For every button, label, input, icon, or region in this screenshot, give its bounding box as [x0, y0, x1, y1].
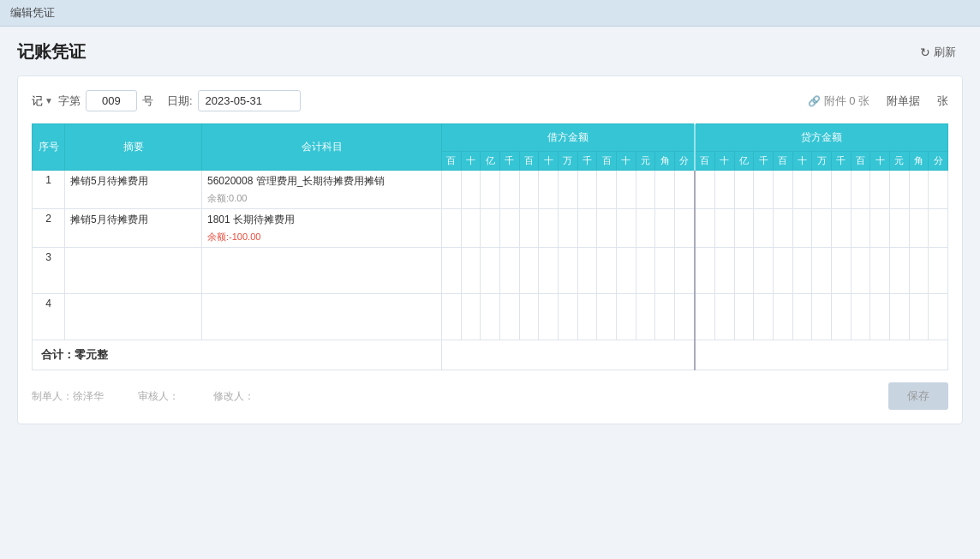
row-account-2[interactable]: 1801 长期待摊费用 余额:-100.00: [202, 209, 442, 248]
cell-d5-4[interactable]: [519, 294, 539, 340]
cell-d3-2[interactable]: [481, 209, 500, 248]
cell-d6-4[interactable]: [539, 294, 559, 340]
cell-d8-2[interactable]: [577, 209, 597, 248]
cell-c6-4[interactable]: [792, 294, 812, 340]
cell-d10-2[interactable]: [616, 209, 636, 248]
cell-c10-1[interactable]: [870, 171, 890, 209]
cell-c6-1[interactable]: [792, 171, 812, 209]
cell-d13-2[interactable]: [674, 209, 695, 248]
cell-c12-3[interactable]: [909, 248, 929, 294]
cell-c12-1[interactable]: [909, 171, 929, 209]
cell-d5-3[interactable]: [519, 248, 539, 294]
cell-c5-2[interactable]: [773, 209, 792, 248]
cell-d9-2[interactable]: [597, 209, 617, 248]
cell-c11-2[interactable]: [889, 209, 909, 248]
cell-d10-1[interactable]: [616, 171, 636, 209]
cell-c13-2[interactable]: [929, 209, 948, 248]
cell-c8-2[interactable]: [831, 209, 851, 248]
cell-c9-3[interactable]: [851, 248, 870, 294]
cell-d7-1[interactable]: [558, 171, 577, 209]
row-account-1[interactable]: 56020008 管理费用_长期待摊费用摊销 余额:0.00: [202, 171, 442, 209]
row-account-3[interactable]: [202, 248, 442, 294]
cell-c4-1[interactable]: [754, 171, 774, 209]
cell-d2-2[interactable]: [461, 209, 481, 248]
row-summary-1[interactable]: 摊销5月待摊费用: [65, 171, 202, 209]
cell-c2-2[interactable]: [714, 209, 734, 248]
save-button[interactable]: 保存: [888, 382, 948, 410]
cell-c13-1[interactable]: [929, 171, 948, 209]
cell-d12-2[interactable]: [655, 209, 675, 248]
cell-c7-4[interactable]: [812, 294, 832, 340]
cell-d3-4[interactable]: [481, 294, 500, 340]
cell-d4-3[interactable]: [499, 248, 519, 294]
cell-c11-3[interactable]: [889, 248, 909, 294]
row-summary-3[interactable]: [65, 248, 202, 294]
cell-c12-2[interactable]: [909, 209, 929, 248]
cell-d11-2[interactable]: [636, 209, 655, 248]
voucher-type-select[interactable]: 记 ▼: [32, 93, 53, 109]
cell-d1-3[interactable]: [442, 248, 462, 294]
cell-d1-4[interactable]: [442, 294, 462, 340]
cell-c8-1[interactable]: [831, 171, 851, 209]
cell-d11-4[interactable]: [636, 294, 655, 340]
cell-d9-4[interactable]: [597, 294, 617, 340]
cell-c2-3[interactable]: [714, 248, 734, 294]
cell-d12-3[interactable]: [655, 248, 675, 294]
cell-c8-3[interactable]: [831, 248, 851, 294]
cell-c7-2[interactable]: [812, 209, 832, 248]
cell-c3-4[interactable]: [734, 294, 754, 340]
cell-c13-3[interactable]: [929, 248, 948, 294]
cell-d8-3[interactable]: [577, 248, 597, 294]
cell-c11-1[interactable]: [889, 171, 909, 209]
cell-c4-2[interactable]: [754, 209, 774, 248]
row-summary-4[interactable]: [65, 294, 202, 340]
cell-c1-4[interactable]: [695, 294, 715, 340]
cell-c11-4[interactable]: [889, 294, 909, 340]
cell-d7-4[interactable]: [558, 294, 577, 340]
cell-d10-3[interactable]: [616, 248, 636, 294]
cell-d12-1[interactable]: [655, 171, 675, 209]
cell-c5-1[interactable]: [773, 171, 792, 209]
cell-c6-2[interactable]: [792, 209, 812, 248]
cell-c1-1[interactable]: [695, 171, 715, 209]
cell-d11-1[interactable]: [636, 171, 655, 209]
cell-d9-3[interactable]: [597, 248, 617, 294]
cell-d5-1[interactable]: [519, 171, 539, 209]
cell-d11-3[interactable]: [636, 248, 655, 294]
cell-c5-3[interactable]: [773, 248, 792, 294]
cell-d2-1[interactable]: [461, 171, 481, 209]
refresh-button[interactable]: ↻ 刷新: [913, 41, 963, 63]
date-input[interactable]: [198, 90, 301, 111]
cell-d7-3[interactable]: [558, 248, 577, 294]
cell-c1-2[interactable]: [695, 209, 715, 248]
cell-c10-2[interactable]: [870, 209, 890, 248]
cell-c5-4[interactable]: [773, 294, 792, 340]
cell-d13-3[interactable]: [674, 248, 695, 294]
cell-c4-3[interactable]: [754, 248, 774, 294]
cell-d4-1[interactable]: [499, 171, 519, 209]
cell-d2-3[interactable]: [461, 248, 481, 294]
attachment-link[interactable]: 🔗 附件 0 张: [808, 93, 869, 109]
cell-d2-4[interactable]: [461, 294, 481, 340]
cell-d6-3[interactable]: [539, 248, 559, 294]
cell-c1-3[interactable]: [695, 248, 715, 294]
cell-d10-4[interactable]: [616, 294, 636, 340]
cell-d13-1[interactable]: [674, 171, 695, 209]
cell-c3-2[interactable]: [734, 209, 754, 248]
cell-d8-1[interactable]: [577, 171, 597, 209]
cell-c2-1[interactable]: [714, 171, 734, 209]
cell-d7-2[interactable]: [558, 209, 577, 248]
cell-c3-3[interactable]: [734, 248, 754, 294]
cell-d4-2[interactable]: [499, 209, 519, 248]
cell-d9-1[interactable]: [597, 171, 617, 209]
cell-d4-4[interactable]: [499, 294, 519, 340]
cell-d1-1[interactable]: [442, 171, 462, 209]
cell-c9-4[interactable]: [851, 294, 870, 340]
cell-c2-4[interactable]: [714, 294, 734, 340]
cell-c3-1[interactable]: [734, 171, 754, 209]
cell-c6-3[interactable]: [792, 248, 812, 294]
cell-d12-4[interactable]: [655, 294, 675, 340]
cell-c8-4[interactable]: [831, 294, 851, 340]
cell-d3-3[interactable]: [481, 248, 500, 294]
slip-button[interactable]: 附单据: [887, 93, 920, 109]
